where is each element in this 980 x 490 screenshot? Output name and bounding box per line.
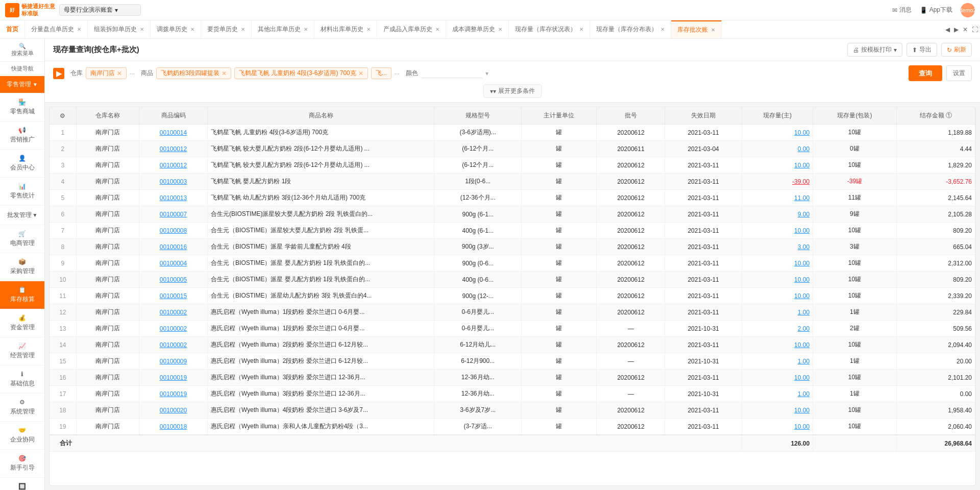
row-code[interactable]: 00100003 xyxy=(139,174,207,190)
row-qty1[interactable]: 10.00 xyxy=(742,157,813,174)
remove-product-tag-1[interactable]: ✕ xyxy=(222,70,227,77)
row-qty1[interactable]: 1.00 xyxy=(742,353,813,370)
product-tag-2[interactable]: 飞鹤星飞帆 儿童奶粉 4段(3-6岁适用) 700克 ✕ xyxy=(234,67,368,79)
remove-warehouse-tag[interactable]: ✕ xyxy=(117,70,122,77)
nav-maximize-btn[interactable]: ⛶ xyxy=(970,26,980,33)
row-code[interactable]: 00100012 xyxy=(139,157,207,174)
row-code[interactable]: 00100020 xyxy=(139,402,207,419)
sidebar-item-basic-info[interactable]: ℹ 基础信息 xyxy=(0,365,44,394)
tab-fenliang[interactable]: 分量盘点单历史 ✕ xyxy=(25,20,88,39)
close-tab-chengpin[interactable]: ✕ xyxy=(435,27,439,32)
nav-prev-btn[interactable]: ◀ xyxy=(943,26,952,33)
row-code[interactable]: 00100002 xyxy=(139,337,207,353)
row-code[interactable]: 00100009 xyxy=(139,353,207,370)
close-tab-kucun-pici[interactable]: ✕ xyxy=(711,27,715,33)
row-qty1[interactable]: 10.00 xyxy=(742,370,813,386)
warehouse-more-dots[interactable]: ··· xyxy=(130,70,135,77)
row-code[interactable]: 00100002 xyxy=(139,321,207,337)
product-tag-more[interactable]: 飞... xyxy=(371,67,391,79)
close-tab-cailiao[interactable]: ✕ xyxy=(366,27,371,32)
query-btn[interactable]: 查询 xyxy=(909,65,942,81)
row-qty1[interactable]: 9.00 xyxy=(742,206,813,223)
close-tab-fenliang[interactable]: ✕ xyxy=(77,27,81,32)
row-qty1[interactable]: 10.00 xyxy=(742,337,813,353)
row-code[interactable]: 00100019 xyxy=(139,386,207,402)
product-tag-1[interactable]: 飞鹤奶粉3段四罐提装 ✕ xyxy=(156,67,231,79)
sidebar-item-collab[interactable]: 🤝 企业协同 xyxy=(0,422,44,450)
row-code[interactable]: 00100004 xyxy=(139,255,207,272)
tab-diaob[interactable]: 调拨单历史 ✕ xyxy=(151,20,201,39)
close-tab-chengben[interactable]: ✕ xyxy=(498,27,502,32)
tab-zuhe[interactable]: 组装拆卸单历史 ✕ xyxy=(88,20,151,39)
tab-qita[interactable]: 其他出库单历史 ✕ xyxy=(252,20,314,39)
sidebar-item-wholesale-mgmt[interactable]: 批发管理 ▼ xyxy=(0,206,44,225)
sidebar-item-ecommerce[interactable]: 🛒 电商管理 xyxy=(0,225,44,253)
tab-chengben[interactable]: 成本调整单历史 ✕ xyxy=(446,20,509,39)
sidebar-quick-nav[interactable]: 快捷导航 xyxy=(0,62,44,76)
row-qty1[interactable]: 10.00 xyxy=(742,255,813,272)
row-qty1[interactable]: 10.00 xyxy=(742,402,813,419)
remove-product-tag-2[interactable]: ✕ xyxy=(358,70,363,77)
sidebar-item-guide[interactable]: 🎯 新手引导 xyxy=(0,450,44,478)
avatar[interactable]: demo2 xyxy=(961,3,975,17)
sidebar-item-app-center[interactable]: 🔲 应用中心 xyxy=(0,478,44,490)
row-code[interactable]: 00100016 xyxy=(139,239,207,255)
nav-next-btn[interactable]: ▶ xyxy=(952,26,961,33)
row-code[interactable]: 00100008 xyxy=(139,223,207,239)
row-qty1[interactable]: -39.00 xyxy=(742,174,813,190)
row-code[interactable]: 00100019 xyxy=(139,370,207,386)
row-qty1[interactable]: 10.00 xyxy=(742,272,813,288)
row-code[interactable]: 00100005 xyxy=(139,272,207,288)
app-download-btn[interactable]: 📱 App下载 xyxy=(920,6,952,14)
tab-chengpin[interactable]: 产成品入库单历史 ✕ xyxy=(377,20,446,39)
tab-xiancun1[interactable]: 现存量（库存状况表） ✕ xyxy=(509,20,590,39)
row-qty1[interactable]: 10.00 xyxy=(742,125,813,141)
settings-btn[interactable]: 设置 xyxy=(946,65,972,81)
close-tab-qita[interactable]: ✕ xyxy=(304,27,308,32)
product-more-dots[interactable]: ··· xyxy=(395,70,400,77)
row-code[interactable]: 00100015 xyxy=(139,288,207,304)
nav-close-all-btn[interactable]: ✕ xyxy=(961,26,970,33)
row-code[interactable]: 00100014 xyxy=(139,125,207,141)
row-qty1[interactable]: 10.00 xyxy=(742,288,813,304)
sidebar-item-retail-stats[interactable]: 📊 零售统计 xyxy=(0,178,44,206)
tab-yaohuo[interactable]: 要货单历史 ✕ xyxy=(201,20,252,39)
row-qty1[interactable]: 10.00 xyxy=(742,419,813,435)
row-qty1[interactable]: 1.00 xyxy=(742,304,813,321)
sidebar-item-business[interactable]: 📈 经营管理 xyxy=(0,337,44,365)
sidebar-search[interactable]: 🔍 搜索菜单 xyxy=(0,39,44,62)
row-code[interactable]: 00100007 xyxy=(139,206,207,223)
sidebar-item-marketing[interactable]: 📢 营销推广 xyxy=(0,121,44,150)
close-tab-yaohuo[interactable]: ✕ xyxy=(241,27,245,32)
sidebar-item-retail-shop[interactable]: 🏪 零售商城 xyxy=(0,93,44,121)
warehouse-tag[interactable]: 南岸门店 ✕ xyxy=(86,67,127,79)
sidebar-item-system[interactable]: ⚙ 系统管理 xyxy=(0,394,44,422)
row-code[interactable]: 00100012 xyxy=(139,141,207,157)
row-code[interactable]: 00100018 xyxy=(139,419,207,435)
row-qty1[interactable]: 3.00 xyxy=(742,239,813,255)
sidebar-item-member[interactable]: 👤 会员中心 xyxy=(0,150,44,178)
close-tab-diaob[interactable]: ✕ xyxy=(190,27,194,32)
message-btn[interactable]: ✉ 消息 xyxy=(892,6,912,14)
row-code[interactable]: 00100002 xyxy=(139,304,207,321)
tab-home[interactable]: 首页 xyxy=(0,20,25,39)
row-qty1[interactable]: 11.00 xyxy=(742,190,813,206)
col-settings[interactable]: ⚙ xyxy=(50,107,76,125)
industry-select[interactable]: 母婴行业演示账套 ▾ xyxy=(59,4,141,16)
sidebar-item-inventory[interactable]: 📋 库存核算 xyxy=(0,281,44,309)
filter-expand-arrow-btn[interactable]: ▶ xyxy=(53,68,64,79)
sidebar-item-purchase[interactable]: 📦 采购管理 xyxy=(0,253,44,281)
expand-more-conditions-btn[interactable]: ▾▾ 展开更多条件 xyxy=(483,84,542,98)
tab-cailiao[interactable]: 材料出库单历史 ✕ xyxy=(314,20,377,39)
row-qty1[interactable]: 1.00 xyxy=(742,386,813,402)
close-tab-xiancun2[interactable]: ✕ xyxy=(660,27,665,32)
refresh-btn[interactable]: ↻ 刷新 xyxy=(941,43,972,57)
row-qty1[interactable]: 2.00 xyxy=(742,321,813,337)
tab-kucun-pici[interactable]: 库存批次账 ✕ xyxy=(671,20,722,39)
row-code[interactable]: 00100013 xyxy=(139,190,207,206)
close-tab-zuhe[interactable]: ✕ xyxy=(140,27,144,32)
print-btn[interactable]: 🖨 按模板打印 ▾ xyxy=(847,43,902,57)
tab-xiancun2[interactable]: 现存量（库存分布表） ✕ xyxy=(590,20,671,39)
color-input[interactable] xyxy=(421,68,482,78)
row-qty1[interactable]: 0.00 xyxy=(742,141,813,157)
